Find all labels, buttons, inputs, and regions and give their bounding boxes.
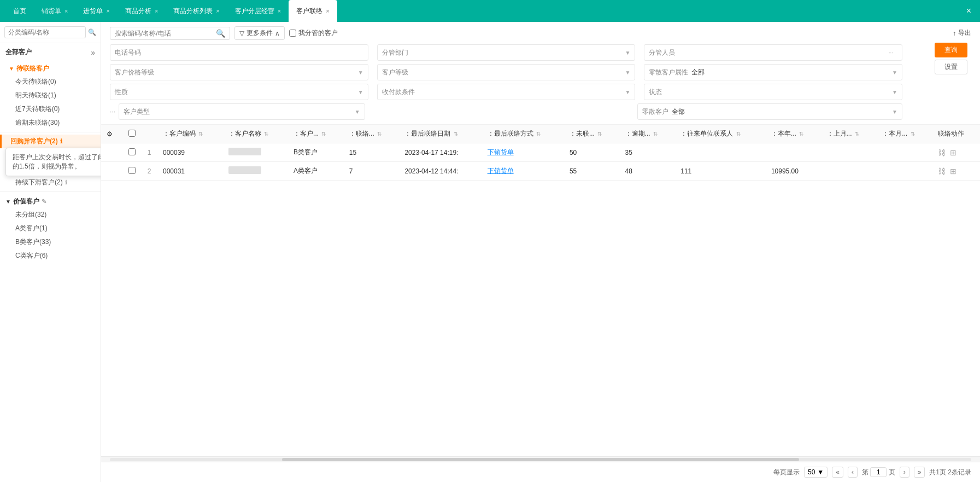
my-customers-checkbox[interactable] bbox=[289, 30, 296, 37]
row-uncontacted-cell: 50 bbox=[564, 143, 620, 162]
row-last-month-cell bbox=[821, 143, 877, 162]
nav-tab-sales[interactable]: 销货单 × bbox=[34, 0, 75, 22]
nav-tab-customer-contact[interactable]: 客户联络 × bbox=[289, 0, 337, 22]
person-field[interactable]: 分管人员 ··· 查询 设置 bbox=[644, 44, 902, 61]
sidebar-search-icon[interactable]: 🔍 bbox=[88, 28, 96, 36]
row-uncontacted-cell: 55 bbox=[564, 162, 620, 181]
horizontal-scrollbar[interactable] bbox=[101, 456, 980, 462]
sidebar-item-continuing-down[interactable]: 持续下滑客户(2) ℹ bbox=[0, 176, 101, 189]
row-this-month-cell bbox=[877, 162, 932, 181]
nav-tab-home[interactable]: 首页 bbox=[5, 0, 34, 22]
sidebar-item-7days[interactable]: 近7天待联络(0) bbox=[0, 102, 101, 116]
row-last-method-cell[interactable]: 下销货单 bbox=[482, 143, 564, 162]
sidebar-collapse-icon[interactable]: » bbox=[91, 48, 95, 57]
sidebar-item-overdue[interactable]: 逾期未联络(30) bbox=[0, 116, 101, 130]
more-dots-icon[interactable]: ··· bbox=[110, 108, 115, 115]
retail-customer-field[interactable]: 零散客户 全部 ▼ bbox=[637, 103, 902, 120]
nav-tab-customer-segment[interactable]: 客户分层经营 × bbox=[227, 0, 289, 22]
top-nav: 首页 销货单 × 进货单 × 商品分析 × 商品分析列表 × 客户分层经营 × … bbox=[0, 0, 980, 22]
customer-level-chevron-icon: ▼ bbox=[625, 69, 630, 76]
customer-type-field[interactable]: 客户类型 ▼ bbox=[119, 103, 365, 120]
value-customers-header[interactable]: ▼ 价值客户 ✎ bbox=[0, 194, 101, 208]
row-grid-icon-1[interactable]: ⊞ bbox=[950, 167, 956, 176]
customer-level-label: 客户等级 bbox=[382, 68, 408, 77]
settings-button[interactable]: 设置 bbox=[935, 60, 967, 74]
my-customers-checkbox-wrap[interactable]: 我分管的客户 bbox=[289, 28, 338, 38]
row-name-blur bbox=[228, 166, 261, 174]
retail-attr-field[interactable]: 零散客户属性 全部 ▼ bbox=[644, 64, 902, 80]
dept-label: 分管部门 bbox=[382, 48, 408, 57]
row-checkbox-cell bbox=[123, 162, 141, 181]
price-level-field[interactable]: 客户价格等级 ▼ bbox=[110, 64, 368, 80]
status-field[interactable]: 状态 ▼ bbox=[644, 84, 902, 100]
main-search-input[interactable] bbox=[115, 30, 216, 37]
phone-input[interactable] bbox=[145, 49, 363, 56]
current-page-input[interactable] bbox=[870, 467, 887, 477]
abnormal-info-icon[interactable]: ℹ bbox=[60, 138, 62, 145]
close-customer-contact-icon[interactable]: × bbox=[326, 8, 329, 14]
row-last-method-cell[interactable]: 下销货单 bbox=[482, 162, 564, 181]
select-all-checkbox[interactable] bbox=[128, 130, 136, 137]
person-label: 分管人员 bbox=[649, 48, 675, 57]
row-last-date-cell: 2023-04-12 14:44: bbox=[399, 162, 482, 181]
total-info: 共1页 2条记录 bbox=[929, 468, 971, 477]
sidebar-item-today[interactable]: 今天待联络(0) bbox=[0, 75, 101, 89]
sidebar-all-customers-header[interactable]: 全部客户 » bbox=[0, 43, 101, 61]
col-contact-count: ：联络... ⇅ bbox=[344, 125, 400, 143]
sidebar-search-input[interactable] bbox=[4, 26, 86, 38]
first-page-btn[interactable]: « bbox=[832, 467, 843, 478]
export-button[interactable]: ↑ 导出 bbox=[953, 28, 971, 38]
continuing-down-info-icon[interactable]: ℹ bbox=[65, 179, 67, 186]
sidebar-scroll-area: ▼ 待联络客户 今天待联络(0) 明天待联络(1) 近7天待联络(0) 逾期未联… bbox=[0, 61, 101, 482]
row-checkbox-1[interactable] bbox=[128, 167, 136, 174]
main-search-icon[interactable]: 🔍 bbox=[216, 29, 225, 38]
last-page-btn[interactable]: » bbox=[914, 467, 925, 478]
sidebar-item-class-c[interactable]: C类客户(6) bbox=[0, 249, 101, 263]
close-customer-segment-icon[interactable]: × bbox=[278, 8, 281, 14]
row-grid-icon-0[interactable]: ⊞ bbox=[950, 148, 956, 157]
person-dots: ··· bbox=[889, 50, 893, 56]
close-sales-icon[interactable]: × bbox=[64, 8, 68, 14]
nav-tab-product-analysis[interactable]: 商品分析 × bbox=[118, 0, 166, 22]
row-link-icon-0[interactable]: ⛓ bbox=[938, 148, 946, 157]
close-purchase-icon[interactable]: × bbox=[106, 8, 109, 14]
sidebar-item-ungroup[interactable]: 未分组(32) bbox=[0, 208, 101, 222]
customer-level-field[interactable]: 客户等级 ▼ bbox=[377, 64, 636, 80]
payment-chevron-icon: ▼ bbox=[625, 89, 630, 95]
col-this-month: ：本月... ⇅ bbox=[877, 125, 932, 143]
sidebar-item-abnormal[interactable]: 回购异常客户(2) ℹ bbox=[0, 135, 101, 148]
row-type-cell: A类客户 bbox=[288, 162, 344, 181]
pending-section-header[interactable]: ▼ 待联络客户 bbox=[0, 61, 101, 75]
retail-customer-chevron-icon: ▼ bbox=[892, 109, 897, 115]
sidebar-item-class-a[interactable]: A类客户(1) bbox=[0, 222, 101, 235]
query-button[interactable]: 查询 bbox=[935, 43, 967, 57]
nav-tab-product-list[interactable]: 商品分析列表 × bbox=[166, 0, 227, 22]
row-link-icon-1[interactable]: ⛓ bbox=[938, 167, 946, 176]
prev-page-btn[interactable]: ‹ bbox=[848, 467, 858, 478]
sidebar-item-tomorrow[interactable]: 明天待联络(1) bbox=[0, 89, 101, 102]
row-checkbox-0[interactable] bbox=[128, 148, 136, 155]
col-last-month: ：上月... ⇅ bbox=[821, 125, 877, 143]
payment-field[interactable]: 收付款条件 ▼ bbox=[377, 84, 636, 100]
gender-field[interactable]: 性质 ▼ bbox=[110, 84, 368, 100]
filter-row3: 客户价格等级 ▼ 客户等级 ▼ 零散客户属性 全部 ▼ bbox=[110, 64, 971, 80]
col-this-month-sort-icon: ⇅ bbox=[911, 131, 915, 137]
retail-attr-label: 零散客户属性 bbox=[649, 68, 688, 77]
table-settings-icon[interactable]: ⚙ bbox=[107, 130, 113, 138]
nav-window-close-icon[interactable]: × bbox=[966, 6, 971, 16]
col-last-method: ：最后联络方式 ⇅ bbox=[482, 125, 564, 143]
next-page-btn[interactable]: › bbox=[900, 467, 909, 478]
value-edit-icon[interactable]: ✎ bbox=[42, 198, 46, 205]
scrollbar-thumb[interactable] bbox=[282, 458, 799, 461]
close-product-analysis-icon[interactable]: × bbox=[155, 8, 158, 14]
more-conditions-btn[interactable]: ▽ 更多条件 ∧ bbox=[234, 26, 285, 40]
sidebar-item-class-b[interactable]: B类客户(33) bbox=[0, 235, 101, 249]
nav-tab-purchase[interactable]: 进货单 × bbox=[75, 0, 117, 22]
gender-chevron-icon: ▼ bbox=[358, 89, 363, 95]
page-size-select[interactable]: 50 ▼ bbox=[804, 467, 828, 478]
row-name-blur bbox=[228, 148, 261, 155]
status-label: 状态 bbox=[649, 88, 662, 97]
dept-field[interactable]: 分管部门 ▼ bbox=[377, 44, 636, 61]
left-sidebar: 🔍 全部客户 » ▼ 待联络客户 今天待联络(0) 明天待联络(1) 近7天待联… bbox=[0, 22, 101, 482]
close-product-list-icon[interactable]: × bbox=[216, 8, 219, 14]
